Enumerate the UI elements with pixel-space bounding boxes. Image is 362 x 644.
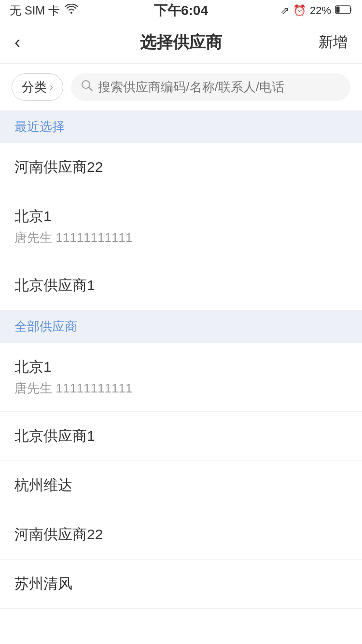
item-name: 北京供应商1	[14, 276, 348, 295]
category-button[interactable]: 分类 ›	[12, 73, 63, 101]
location-icon: ⇗	[280, 4, 289, 17]
all-section-header: 全部供应商	[0, 310, 362, 343]
item-sub: 唐先生 11111111111	[14, 380, 348, 397]
nav-bar: ‹ 选择供应商 新增	[0, 21, 362, 64]
item-name: 北京1	[14, 207, 348, 226]
list-item[interactable]: 河南供应商22	[0, 510, 362, 560]
wifi-icon	[65, 4, 78, 17]
item-name: 河南供应商22	[14, 157, 348, 177]
list-item[interactable]: 北京1 唐先生 11111111111	[0, 343, 362, 412]
category-label: 分类	[22, 79, 47, 96]
list-item[interactable]: 北京供应商1	[0, 261, 362, 310]
item-name: 河南供应商22	[14, 525, 348, 545]
list-item[interactable]: 杭州维达	[0, 461, 362, 510]
status-time: 下午6:04	[154, 1, 208, 20]
all-items-list: 北京1 唐先生 11111111111 北京供应商1 杭州维达 河南供应商22 …	[0, 343, 362, 609]
search-input[interactable]	[98, 80, 341, 95]
item-sub: 唐先生 11111111111	[14, 229, 348, 246]
status-left: 无 SIM 卡	[10, 3, 78, 18]
item-name: 北京供应商1	[14, 426, 348, 446]
list-item[interactable]: 北京供应商1	[0, 412, 362, 461]
battery-text: 22%	[310, 4, 331, 17]
search-icon	[81, 79, 93, 95]
svg-rect-1	[336, 7, 340, 13]
alarm-icon: ⏰	[293, 4, 306, 17]
list-item[interactable]: 北京1 唐先生 11111111111	[0, 192, 362, 261]
filter-bar: 分类 ›	[0, 64, 362, 111]
recent-section-title: 最近选择	[14, 119, 65, 134]
item-name: 苏州清风	[14, 574, 348, 594]
list-item[interactable]: 苏州清风	[0, 560, 362, 609]
chevron-right-icon: ›	[50, 81, 53, 94]
battery-icon	[335, 4, 352, 17]
page-title: 选择供应商	[140, 31, 222, 54]
list-item[interactable]: 河南供应商22	[0, 143, 362, 192]
status-right: ⇗ ⏰ 22%	[280, 4, 352, 17]
status-bar: 无 SIM 卡 下午6:04 ⇗ ⏰ 22%	[0, 0, 362, 21]
recent-section-header: 最近选择	[0, 111, 362, 143]
item-name: 北京1	[14, 357, 348, 377]
no-sim-text: 无 SIM 卡	[10, 3, 60, 18]
all-section-title: 全部供应商	[14, 319, 77, 334]
search-box	[71, 73, 350, 101]
recent-items-list: 河南供应商22 北京1 唐先生 11111111111 北京供应商1	[0, 143, 362, 310]
svg-line-3	[89, 87, 92, 91]
item-name: 杭州维达	[14, 476, 348, 495]
back-button[interactable]: ‹	[14, 32, 43, 53]
add-button[interactable]: 新增	[319, 32, 348, 52]
